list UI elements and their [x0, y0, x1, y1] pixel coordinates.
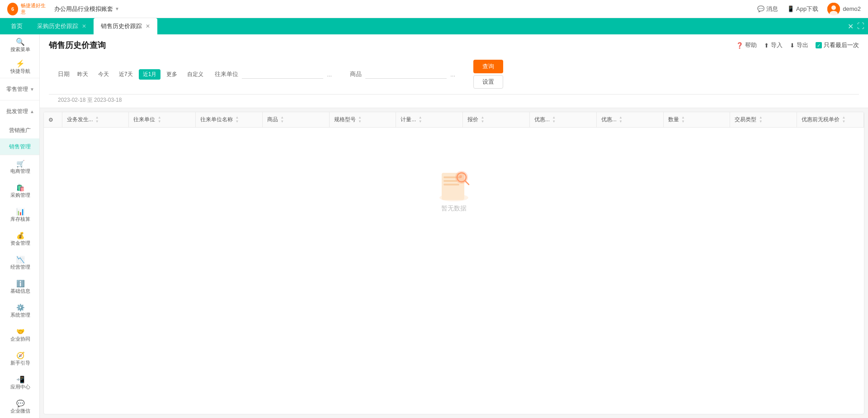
th-discount1[interactable]: 优惠... ▲ ▼ [529, 112, 596, 128]
th-settings: ⚙ [44, 112, 62, 128]
tab-purchase-price[interactable]: 采购历史价跟踪 ✕ [30, 18, 94, 34]
th-spec[interactable]: 规格型号 ▲ ▼ [329, 112, 396, 128]
tab-sales-price-close[interactable]: ✕ [146, 23, 150, 29]
sidebar-item-system[interactable]: ⚙️ 系统管理 [0, 299, 39, 323]
sort-icons-partner-name: ▲ ▼ [235, 116, 239, 124]
search-menu-icon: 🔍 [16, 38, 25, 46]
workspace-dropdown-icon: ▼ [115, 6, 119, 11]
only-last-label: 只看最后一次 [824, 41, 859, 49]
retail-label: 零售管理 [6, 86, 28, 93]
sidebar-item-wholesale[interactable]: 批发管理 ▲ [0, 100, 39, 122]
wholesale-label: 批发管理 [6, 108, 28, 115]
svg-point-13 [459, 175, 462, 178]
th-pretax-price[interactable]: 优惠前无税单价 ▲ ▼ [797, 112, 864, 128]
operations-icon: 📉 [16, 256, 25, 264]
sidebar-item-retail[interactable]: 零售管理 ▼ [0, 78, 39, 100]
page-actions: ❓ 帮助 ⬆ 导入 ⬇ 导出 ✓ 只看最后一次 [736, 41, 859, 49]
basic-info-label: 基础信息 [10, 288, 30, 294]
tab-sales-price[interactable]: 销售历史价跟踪 ✕ [94, 18, 157, 34]
date-btn-custom[interactable]: 自定义 [183, 69, 208, 80]
table-settings-icon[interactable]: ⚙ [48, 117, 53, 123]
sidebar-item-quick-nav[interactable]: ⚡ 快捷导航 [0, 56, 39, 78]
sidebar-item-enterprise-wechat[interactable]: 💬 企业微信 [0, 395, 39, 418]
app-download-icon: 📱 [787, 5, 794, 12]
wholesale-arrow-icon: ▲ [30, 109, 34, 114]
sidebar-item-finance[interactable]: 💰 资金管理 [0, 227, 39, 251]
sort-icons-discount2: ▲ ▼ [619, 116, 623, 124]
svg-rect-8 [443, 180, 457, 182]
basic-info-icon: ℹ️ [16, 280, 25, 288]
table-header-row: ⚙ 业务发生... ▲ ▼ 往来单位 ▲ [44, 112, 864, 128]
sidebar-sub-item-marketing[interactable]: 营销推广 [0, 122, 39, 138]
sidebar-item-purchase[interactable]: 🛍️ 采购管理 [0, 179, 39, 203]
enterprise-wechat-icon: 💬 [16, 399, 25, 408]
sidebar-item-inventory[interactable]: 📊 库存核算 [0, 203, 39, 227]
th-quantity[interactable]: 数量 ▲ ▼ [663, 112, 730, 128]
svg-point-3 [831, 5, 836, 10]
sidebar: 🔍 搜索菜单 ⚡ 快捷导航 零售管理 ▼ 批发管理 ▲ 营销推广 销售管理 [0, 34, 40, 418]
only-last-checkbox[interactable]: ✓ [816, 42, 822, 48]
tab-purchase-price-close[interactable]: ✕ [82, 23, 86, 29]
th-partner-code[interactable]: 往来单位 ▲ ▼ [129, 112, 196, 128]
product-dots[interactable]: ... [450, 71, 455, 78]
username: demo2 [843, 5, 861, 12]
main-layout: 🔍 搜索菜单 ⚡ 快捷导航 零售管理 ▼ 批发管理 ▲ 营销推广 销售管理 [0, 34, 868, 418]
logo-icon: 6 [7, 3, 18, 15]
sidebar-item-app-center[interactable]: 📲 应用中心 [0, 371, 39, 395]
only-last-checkbox-label[interactable]: ✓ 只看最后一次 [816, 41, 859, 49]
settings-button[interactable]: 设置 [473, 75, 503, 89]
sort-icons-price: ▲ ▼ [481, 116, 485, 124]
sidebar-sub-item-sales-mgmt[interactable]: 销售管理 [0, 138, 39, 155]
th-biz-date[interactable]: 业务发生... ▲ ▼ [62, 112, 129, 128]
th-product[interactable]: 商品 ▲ ▼ [262, 112, 329, 128]
close-all-tabs-icon[interactable]: ✕ [848, 22, 854, 31]
date-options: 昨天 今天 近7天 近1月 更多 自定义 [73, 69, 208, 80]
th-partner-name[interactable]: 往来单位名称 ▲ ▼ [196, 112, 263, 128]
help-btn[interactable]: ❓ 帮助 [736, 41, 757, 49]
data-table: ⚙ 业务发生... ▲ ▼ 往来单位 ▲ [44, 112, 864, 249]
import-btn[interactable]: ⬆ 导入 [764, 41, 783, 49]
partner-dots[interactable]: ... [327, 71, 332, 78]
sidebar-item-ecommerce[interactable]: 🛒 电商管理 [0, 155, 39, 179]
date-btn-today[interactable]: 今天 [94, 69, 113, 80]
export-label: 导出 [797, 41, 808, 49]
sidebar-item-guide[interactable]: 🧭 新手引导 [0, 347, 39, 371]
sales-mgmt-label: 销售管理 [9, 143, 31, 151]
th-unit[interactable]: 计量... ▲ ▼ [396, 112, 463, 128]
date-btn-last1month[interactable]: 近1月 [139, 69, 161, 80]
workspace-name: 办公用品行业模拟账套 [54, 5, 113, 13]
sidebar-item-operations[interactable]: 📉 经营管理 [0, 251, 39, 275]
th-trade-type[interactable]: 交易类型 ▲ ▼ [730, 112, 797, 128]
query-button[interactable]: 查询 [473, 60, 503, 73]
date-btn-last7days[interactable]: 近7天 [115, 69, 137, 80]
svg-line-12 [465, 181, 469, 185]
sidebar-item-basic-info[interactable]: ℹ️ 基础信息 [0, 275, 39, 299]
search-menu-label: 搜索菜单 [10, 46, 30, 53]
empty-state-illustration [434, 164, 474, 204]
message-action[interactable]: 💬 消息 [757, 5, 778, 13]
th-discount2[interactable]: 优惠... ▲ ▼ [596, 112, 663, 128]
tab-home-label: 首页 [11, 22, 23, 30]
sort-icons-unit: ▲ ▼ [419, 116, 422, 124]
sidebar-item-search-menu[interactable]: 🔍 搜索菜单 [0, 34, 39, 56]
partner-input[interactable] [242, 70, 323, 79]
product-input[interactable] [365, 70, 447, 79]
fullscreen-icon[interactable]: ⛶ [857, 22, 864, 30]
logo-area: 6 畅捷通好生意 [7, 3, 47, 15]
th-price[interactable]: 报价 ▲ ▼ [463, 112, 530, 128]
workspace-selector[interactable]: 办公用品行业模拟账套 ▼ [51, 3, 123, 15]
guide-label: 新手引导 [10, 360, 30, 366]
sidebar-section-wholesale: 批发管理 ▲ 营销推广 销售管理 [0, 100, 39, 155]
tab-home[interactable]: 首页 [4, 18, 30, 34]
app-download-action[interactable]: 📱 App下载 [787, 5, 818, 13]
sort-icons-quantity: ▲ ▼ [681, 116, 685, 124]
sidebar-section-retail: 零售管理 ▼ [0, 78, 39, 100]
user-area[interactable]: demo2 [827, 3, 861, 15]
date-btn-more[interactable]: 更多 [162, 69, 181, 80]
sidebar-item-enterprise-coop[interactable]: 🤝 企业协同 [0, 323, 39, 347]
export-btn[interactable]: ⬇ 导出 [790, 41, 808, 49]
date-filter-group: 日期 昨天 今天 近7天 近1月 更多 自定义 [58, 69, 208, 80]
date-btn-yesterday[interactable]: 昨天 [73, 69, 92, 80]
message-label: 消息 [766, 5, 778, 13]
tab-bar: 首页 采购历史价跟踪 ✕ 销售历史价跟踪 ✕ ✕ ⛶ [0, 18, 868, 34]
